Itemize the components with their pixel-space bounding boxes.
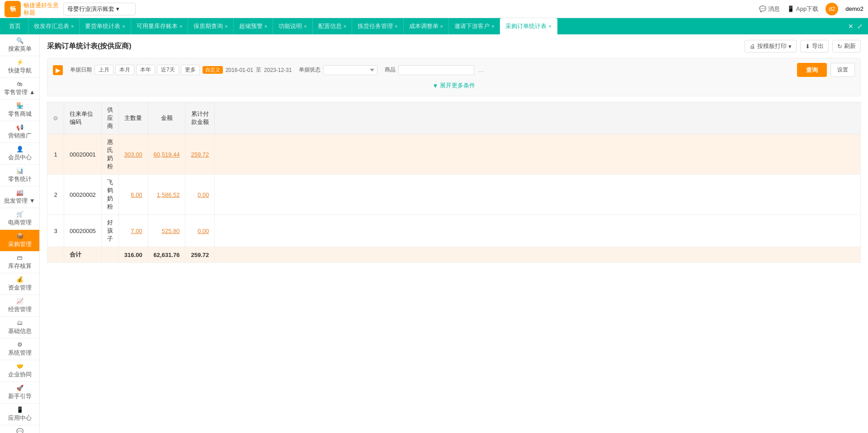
row-extra [215,134,861,175]
sidebar-item-retail-mgmt[interactable]: 🛍 零售管理 ▲ [0,78,39,100]
tab-peizhi[interactable]: 配置信息 × [313,18,352,34]
sidebar-item-quicknav[interactable]: ⚡ 快捷导航 [0,56,39,78]
avatar[interactable]: d2 [826,3,838,15]
quantity-link[interactable]: 7.00 [131,228,142,234]
expand-more-btn[interactable]: ▼ 展开更多条件 [53,80,855,91]
sidebar-item-ecommerce[interactable]: 🛒 电商管理 [0,208,39,230]
tab-shoufacun[interactable]: 收发存汇总表 × [28,18,80,34]
sidebar-retail-mall-label: 零售商城 [8,110,32,118]
search-icon: 🔍 [16,37,24,44]
tab-baozhi[interactable]: 保质期查询 × [188,18,233,34]
tab-caigoudingdan[interactable]: 采购订单统计表 × [500,18,557,34]
amount-link[interactable]: 525.80 [162,228,180,234]
message-btn[interactable]: 💬 消息 [759,5,780,13]
sidebar-item-wholesale[interactable]: 🏭 批发管理 ▼ [0,186,39,208]
search-button[interactable]: 查询 [797,63,827,77]
sidebar-item-finance[interactable]: 💰 资金管理 [0,273,39,295]
table-row[interactable]: 2 00020002 飞鹤奶粉 6.00 1,586.52 0.00 [47,175,861,215]
quantity-link[interactable]: 6.00 [131,191,142,198]
tab-gongneng-label: 功能说明 [278,22,302,30]
sidebar-item-collab[interactable]: 🤝 企业协同 [0,360,39,382]
sidebar-item-inventory[interactable]: 🗃 库存核算 [0,252,39,273]
close-icon[interactable]: × [122,24,125,29]
shortcut-this-year[interactable]: 本年 [136,65,155,75]
shortcut-last-month[interactable]: 上月 [94,65,113,75]
tab-jianhuorenwu[interactable]: 拣货任务管理 × [352,18,403,34]
sidebar-inventory-label: 库存核算 [8,262,32,270]
shortcut-last-7days[interactable]: 近7天 [157,65,179,75]
shortcut-more[interactable]: 更多 [181,65,200,75]
sidebar-item-operations[interactable]: 📈 经营管理 [0,295,39,317]
close-icon[interactable]: × [304,24,307,29]
sidebar-item-basic[interactable]: 🗂 基础信息 [0,317,39,338]
tab-chuchuyujing[interactable]: 超储预警 × [234,18,273,34]
table-footer: 合计 316.00 62,631.76 259.72 [47,247,861,263]
paid-amount-link[interactable]: 259.72 [191,151,209,158]
sidebar-item-guide[interactable]: 🚀 新手引导 [0,382,39,404]
close-icon[interactable]: × [395,24,397,29]
title-actions: 🖨 按模板打印 ▾ ⬇ 导出 ↻ 刷新 [745,40,861,52]
table-row[interactable]: 3 00020005 好孩子 7.00 525.80 0.00 [47,215,861,247]
print-button[interactable]: 🖨 按模板打印 ▾ [745,40,797,52]
logo-line2: 标题 [24,9,59,16]
row-paid-amount: 0.00 [185,175,215,215]
sidebar-item-search[interactable]: 🔍 搜索英单 [0,34,39,56]
goods-more-icon[interactable]: … [478,67,484,73]
sidebar-purchase-label: 采购管理 [8,240,32,248]
amount-link[interactable]: 1,586.52 [157,191,180,198]
tab-kuyunliang[interactable]: 可用量库存账本 × [131,18,188,34]
tab-close-all-icon[interactable]: ✕ [848,23,854,30]
refresh-button[interactable]: ↻ 刷新 [832,40,861,52]
shortcut-this-month[interactable]: 本月 [115,65,134,75]
row-quantity: 7.00 [118,215,148,247]
footer-row: 合计 316.00 62,631.76 259.72 [47,247,861,263]
top-bar: 畅 畅捷通好生意 标题 母婴行业演示账套 ▾ 💬 消息 📱 App下载 d2 d… [0,0,868,18]
logo-text: 畅捷通好生意 标题 [24,2,59,16]
goods-input[interactable] [398,65,474,75]
close-icon[interactable]: × [344,24,346,29]
setting-button[interactable]: 设置 [830,63,855,77]
close-icon[interactable]: × [71,24,74,29]
tab-expand-icon[interactable]: ⤢ [857,23,863,30]
sidebar-item-marketing[interactable]: 📢 营销推广 [0,121,39,143]
filter-area: ▶ 单据日期 上月 本月 本年 近7天 更多 自定义 2016-01-01 至 [47,58,861,96]
tab-gongneng[interactable]: 功能说明 × [273,18,312,34]
close-icon[interactable]: × [491,24,494,29]
app-download-btn[interactable]: 📱 App下载 [787,5,818,13]
sidebar-item-appcenter[interactable]: 📱 应用中心 [0,404,39,425]
amount-link[interactable]: 60,519.44 [154,151,180,158]
collapse-arrow[interactable]: ▶ [53,65,63,75]
quantity-link[interactable]: 303.00 [124,151,142,158]
close-icon[interactable]: × [548,24,551,29]
footer-quantity: 316.00 [118,247,148,263]
page-title: 采购订单统计表(按供应商) [47,42,132,51]
col-amount: 金额 [148,102,185,134]
paid-amount-link[interactable]: 0.00 [198,191,209,198]
refresh-label: 刷新 [844,42,856,50]
tab-yaohuodan[interactable]: 要货单统计表 × [80,18,131,34]
expand-down-icon: ▼ [433,82,439,89]
row-paid-amount: 0.00 [185,215,215,247]
sidebar-item-retail-mall[interactable]: 🏪 零售商城 [0,100,39,121]
close-icon[interactable]: × [264,24,267,29]
export-button[interactable]: ⬇ 导出 [800,40,829,52]
close-icon[interactable]: × [225,24,227,29]
sidebar-item-retail-stat[interactable]: 📊 零售统计 [0,165,39,186]
sidebar-item-system[interactable]: ⚙ 系统管理 [0,338,39,360]
message-label: 消息 [768,5,780,13]
status-select[interactable]: 全部 [323,65,377,75]
settings-icon[interactable]: ⚙ [53,115,58,122]
tab-home[interactable]: 首页 [2,18,28,34]
table-row[interactable]: 1 00020001 惠氏奶粉 303.00 60,519.44 259.72 [47,134,861,175]
sidebar-item-member[interactable]: 👤 会员中心 [0,143,39,165]
export-label: 导出 [812,42,824,50]
workspace-selector[interactable]: 母婴行业演示账套 ▾ [63,3,136,15]
sidebar-item-purchase[interactable]: 📦 采购管理 [0,230,39,252]
tab-chengbentiaoz[interactable]: 成本调整单 × [404,18,449,34]
close-icon[interactable]: × [440,24,443,29]
paid-amount-link[interactable]: 0.00 [198,228,209,234]
close-icon[interactable]: × [179,24,182,29]
tab-yaoqing[interactable]: 邀请下游客户 × [449,18,500,34]
sidebar-item-wechat[interactable]: 💬 企业微信 [0,425,39,433]
row-index: 3 [47,215,64,247]
